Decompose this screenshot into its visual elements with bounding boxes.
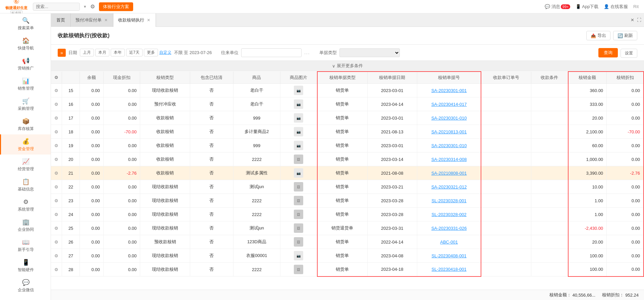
sidebar-item-search[interactable]: 🔍搜索菜单	[0, 13, 51, 34]
tab-verify[interactable]: 收款核销执行 ✕	[113, 13, 156, 27]
query-button[interactable]: 查询	[598, 48, 618, 57]
tab-home[interactable]: 首页	[51, 13, 71, 27]
date-btn-last-month[interactable]: 上月	[80, 49, 94, 56]
cell-balance: 0.00	[80, 249, 104, 263]
cell-verify-bill-no[interactable]: SA-20210813-001	[417, 125, 481, 139]
sidebar-item-operations[interactable]: 📈经营管理	[0, 155, 51, 175]
cell-verify-bill-no[interactable]: SA-20230301-010	[417, 139, 481, 153]
cell-goods-img: 📷	[280, 97, 317, 111]
cell-receipt-order-no	[481, 84, 531, 97]
sidebar-item-hardware[interactable]: 📱智能硬件	[0, 255, 51, 275]
date-btn-more[interactable]: 更多	[144, 49, 158, 56]
cell-verify-bill-no[interactable]: SA-20230301-001	[417, 84, 481, 97]
cell-goods: 2222	[233, 263, 280, 276]
cell-goods: 老白干	[233, 84, 280, 97]
sidebar-item-member[interactable]: V畅会员	[0, 296, 51, 300]
cell-verify-discount: 0.00	[607, 208, 644, 221]
cell-verify-bill-date: 2023-04-08	[367, 249, 417, 263]
cell-settings[interactable]: ⚙	[51, 263, 62, 276]
message-icon[interactable]: 💬 消息99+	[545, 4, 570, 10]
cell-verify-bill-date: 2023-04-18	[367, 263, 417, 276]
settings-button[interactable]: 设置	[621, 49, 637, 58]
sidebar-item-quicknav[interactable]: 🏠快捷导航	[0, 34, 51, 54]
cell-verify-bill-no[interactable]: SL-20230328-002	[417, 208, 481, 221]
cell-cash-discount: 0.00	[103, 208, 140, 221]
cell-included: 否	[190, 263, 233, 276]
cell-verify-discount: -2.76	[607, 166, 644, 180]
date-btn-this-year[interactable]: 本年	[111, 49, 125, 56]
partner-filter-input[interactable]	[241, 48, 302, 57]
col-verify-bill-no: 核销单据号	[417, 72, 481, 84]
cell-settings[interactable]: ⚙	[51, 84, 62, 97]
date-btn-7days[interactable]: 近7天	[126, 49, 143, 56]
sidebar-item-finance[interactable]: 💰资金管理	[0, 134, 51, 155]
filter-expand-button[interactable]: »	[58, 49, 66, 57]
cell-verify-bill-no[interactable]: SA-20230321-012	[417, 180, 481, 194]
cell-verify-bill-no[interactable]: ABC-001	[417, 235, 481, 249]
dropdown-icon[interactable]: ▾	[84, 4, 86, 9]
sidebar-item-inventory[interactable]: 📦库存核算	[0, 114, 51, 134]
cell-settings[interactable]: ⚙	[51, 111, 62, 125]
cell-verify-bill-no[interactable]: SA-20230414-017	[417, 97, 481, 111]
tab-close-all-icon[interactable]: ✕	[631, 17, 634, 23]
cell-verify-bill-no[interactable]: SL-20230418-001	[417, 263, 481, 276]
cell-verify-bill-no[interactable]: SA-20230314-008	[417, 153, 481, 166]
date-btn-custom[interactable]: 自定义	[159, 50, 171, 55]
partner-filter-label: 往来单位	[221, 50, 238, 56]
search-input[interactable]	[33, 3, 80, 11]
export-button[interactable]: 📤 导出	[586, 31, 610, 40]
cell-settings[interactable]: ⚙	[51, 249, 62, 263]
cell-verify-bill-no[interactable]: SL-20230408-001	[417, 249, 481, 263]
sidebar-item-purchase[interactable]: 🛒采购管理	[0, 94, 51, 114]
cell-verify-discount: 0.00	[607, 139, 644, 153]
cell-settings[interactable]: ⚙	[51, 208, 62, 221]
cell-settings[interactable]: ⚙	[51, 125, 62, 139]
cell-included: 否	[190, 84, 233, 97]
cell-verify-bill-no[interactable]: SL-20230328-001	[417, 194, 481, 208]
sidebar-item-guide[interactable]: 📖新手引导	[0, 235, 51, 255]
sidebar-item-sales[interactable]: 📊销售管理	[0, 74, 51, 94]
tab-prepay[interactable]: 预付冲应付单 ✕	[71, 13, 113, 27]
cell-verify-bill-no[interactable]: SA-20210808-001	[417, 166, 481, 180]
cell-settings[interactable]: ⚙	[51, 153, 62, 166]
sidebar-label-marketing: 营销推广	[18, 66, 34, 71]
goods-image: 🖼	[294, 182, 303, 191]
tab-close-prepay[interactable]: ✕	[104, 17, 108, 23]
sidebar-item-marketing[interactable]: 📢营销推广	[0, 54, 51, 74]
sidebar-item-wechat[interactable]: 💬企业微信	[0, 275, 51, 296]
expand-more-bar[interactable]: ∨ 展开更多条件	[51, 61, 644, 71]
cell-settings[interactable]: ⚙	[51, 166, 62, 180]
cell-receipt-order-no	[481, 221, 531, 235]
cell-verify-type: 收款核销	[140, 139, 190, 153]
sidebar-item-enterprise[interactable]: 🏢企业协同	[0, 215, 51, 235]
cell-settings[interactable]: ⚙	[51, 97, 62, 111]
date-btn-this-month[interactable]: 本月	[95, 49, 109, 56]
sidebar-item-system[interactable]: ⚙系统管理	[0, 195, 51, 215]
cell-settings[interactable]: ⚙	[51, 180, 62, 194]
industry-btn[interactable]: 体验行业方案	[99, 2, 133, 11]
cell-included: 否	[190, 139, 233, 153]
settings-icon[interactable]: ⚙	[90, 3, 95, 10]
goods-image: 📷	[294, 168, 303, 178]
col-verify-type: 核销类型	[140, 72, 190, 84]
app-download[interactable]: 📱 App下载	[576, 4, 598, 10]
tab-close-verify[interactable]: ✕	[146, 17, 151, 23]
sidebar-icon-sales: 📊	[22, 77, 30, 85]
cell-verify-bill-date: 2023-03-21	[367, 180, 417, 194]
online-service[interactable]: 👤 在线客服	[604, 4, 628, 10]
cell-verify-bill-no[interactable]: SA-20230331-026	[417, 221, 481, 235]
cell-seq: 25	[62, 221, 80, 235]
goods-image: 📷	[294, 86, 303, 95]
cell-settings[interactable]: ⚙	[51, 139, 62, 153]
cell-settings[interactable]: ⚙	[51, 235, 62, 249]
cell-settings[interactable]: ⚙	[51, 221, 62, 235]
refresh-button[interactable]: 🔄 刷新	[613, 31, 637, 40]
tab-fullscreen-icon[interactable]: ⛶	[637, 17, 641, 23]
bill-type-filter-select[interactable]	[339, 48, 400, 57]
cell-included: 否	[190, 235, 233, 249]
cell-verify-bill-date: 2021-08-08	[367, 166, 417, 180]
sidebar-item-basic[interactable]: 📋基础信息	[0, 175, 51, 195]
col-settings-icon[interactable]: ⚙	[51, 72, 62, 84]
cell-settings[interactable]: ⚙	[51, 194, 62, 208]
cell-verify-bill-no[interactable]: SA-20230301-010	[417, 111, 481, 125]
